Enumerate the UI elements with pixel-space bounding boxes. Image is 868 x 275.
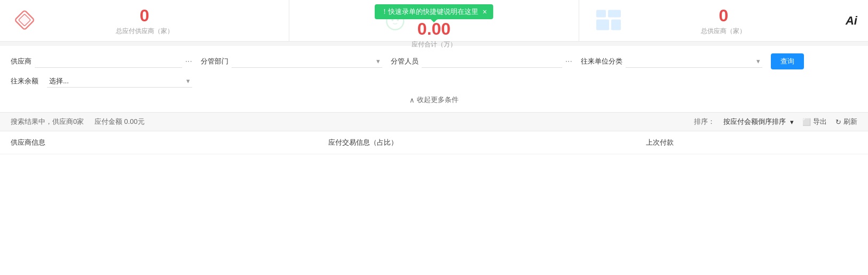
export-icon: ⬜ (802, 118, 811, 126)
stat-payable-suppliers: 0 总应付供应商（家） (0, 0, 289, 41)
result-text: 搜索结果中，供应商0家 (11, 117, 84, 125)
sort-chevron-icon: ▾ (790, 118, 794, 126)
col-last-payment-header: 上次付款 (646, 138, 858, 147)
department-select[interactable] (232, 55, 382, 67)
payable-suppliers-label: 总应付供应商（家） (116, 27, 173, 36)
tooltip-close-button[interactable]: × (483, 8, 487, 15)
filter-row-1: 供应商 ··· 分管部门 ▾ 分管人员 ··· 往来单位分类 (11, 53, 857, 69)
sort-option-text: 按应付会额倒序排序 (723, 117, 786, 127)
balance-label: 往来余额 (11, 76, 38, 86)
stats-bar: 0 总应付供应商（家） ！快速录单的快捷键说明在这里 × 0.00 应付合计（万… (0, 0, 868, 42)
query-button[interactable]: 查询 (771, 53, 804, 69)
collapse-chevron-icon: ∧ (409, 96, 415, 104)
total-suppliers-number: 0 (719, 5, 728, 26)
supplier-input[interactable] (35, 55, 182, 68)
department-select-wrapper[interactable]: ▾ (232, 55, 382, 68)
unit-category-select[interactable] (626, 55, 762, 67)
supplier-label: 供应商 (11, 57, 31, 66)
refresh-label: 刷新 (843, 117, 857, 127)
svg-rect-5 (596, 10, 606, 17)
department-label: 分管部门 (201, 57, 228, 66)
refresh-button[interactable]: ↻ 刷新 (835, 117, 857, 127)
table-header: 供应商信息 应付交易信息（占比） 上次付款 (0, 131, 868, 154)
svg-rect-8 (611, 19, 621, 30)
unit-category-select-wrapper[interactable]: ▾ (626, 55, 762, 68)
stat-total-suppliers: 0 总供应商（家） Ai (579, 0, 868, 41)
result-actions: 排序： 按应付会额倒序排序 ▾ ⬜ 导出 ↻ 刷新 (694, 117, 857, 127)
payable-total-label: 应付合计（万） (412, 40, 456, 49)
col-transaction-header: 应付交易信息（占比） (328, 138, 646, 147)
person-label: 分管人员 (391, 57, 419, 66)
col-supplier-header: 供应商信息 (11, 138, 328, 147)
svg-rect-7 (596, 19, 609, 30)
tooltip-text: ！快速录单的快捷键说明在这里 (381, 7, 478, 17)
filter-person: 分管人员 ··· (391, 55, 572, 68)
unit-category-label: 往来单位分类 (581, 57, 622, 66)
total-suppliers-label: 总供应商（家） (701, 27, 746, 36)
person-input[interactable] (422, 55, 562, 68)
filter-department: 分管部门 ▾ (201, 55, 382, 68)
person-dots-button[interactable]: ··· (565, 57, 572, 66)
supplier-dots-button[interactable]: ··· (185, 57, 192, 66)
result-bar: 搜索结果中，供应商0家 应付金额 0.00元 排序： 按应付会额倒序排序 ▾ ⬜… (0, 113, 868, 131)
filter-bar: 供应商 ··· 分管部门 ▾ 分管人员 ··· 往来单位分类 (0, 46, 868, 113)
svg-rect-1 (19, 14, 31, 26)
refresh-icon: ↻ (835, 118, 841, 126)
sort-label: 排序： (694, 117, 715, 127)
payable-suppliers-number: 0 (140, 5, 149, 26)
export-label: 导出 (813, 117, 827, 127)
balance-select-wrapper[interactable]: 选择... ▾ (47, 75, 192, 88)
collapse-label: 收起更多条件 (417, 95, 459, 105)
stat-payable-total: ！快速录单的快捷键说明在这里 × 0.00 应付合计（万） (289, 0, 579, 41)
filter-unit-category: 往来单位分类 ▾ (581, 55, 762, 68)
collapse-button[interactable]: ∧ 收起更多条件 (11, 93, 857, 107)
content-area (0, 154, 868, 275)
grid-icon (595, 9, 622, 33)
diamond-icon (11, 6, 38, 35)
filter-supplier: 供应商 ··· (11, 55, 192, 68)
tooltip-bubble: ！快速录单的快捷键说明在这里 × (375, 4, 493, 19)
result-amount: 应付金额 0.00元 (94, 117, 145, 125)
balance-select[interactable]: 选择... (47, 75, 192, 87)
export-button[interactable]: ⬜ 导出 (802, 117, 827, 127)
svg-rect-6 (608, 10, 621, 17)
filter-row-2: 往来余额 选择... ▾ (11, 75, 192, 88)
sort-select-wrapper[interactable]: 按应付会额倒序排序 ▾ (723, 117, 794, 127)
result-summary: 搜索结果中，供应商0家 应付金额 0.00元 (11, 117, 145, 127)
ai-badge: Ai (846, 14, 857, 28)
